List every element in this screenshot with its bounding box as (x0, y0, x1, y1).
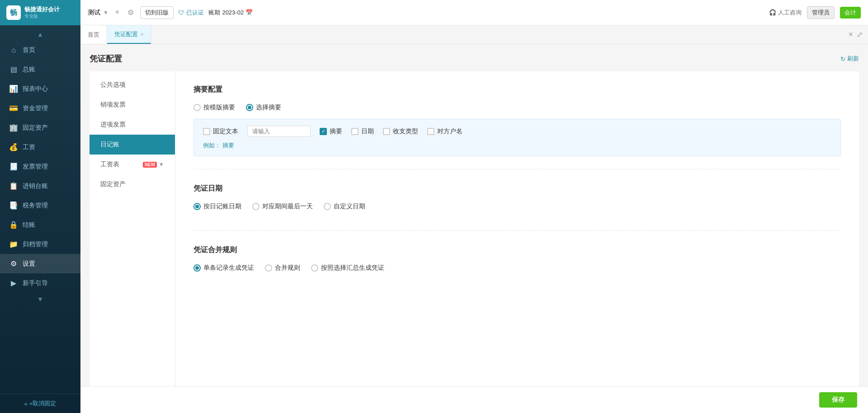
radio-journal-date[interactable]: 按日记账日期 (193, 202, 241, 211)
sidebar: 畅 畅捷通好会计 专业版 ▲ ⌂ 首页 ▤ 总账 📊 报表中心 💳 资金管理 🏢… (0, 0, 80, 413)
tabbar-actions: × ⤢ (843, 25, 868, 44)
sidebar-item-guide[interactable]: ▶ 新手引导 (0, 273, 80, 293)
refresh-icon: ↻ (840, 56, 845, 62)
sidebar-scroll-up[interactable]: ▲ (0, 28, 80, 41)
fixed-text-input[interactable] (247, 126, 311, 137)
checkbox-summary[interactable]: 摘要 (320, 127, 342, 136)
config-nav-journal-label: 日记账 (100, 141, 119, 149)
shield-icon: 🛡 (178, 9, 184, 16)
checkbox-summary-box (320, 128, 327, 135)
summary-section-title: 摘要配置 (193, 85, 841, 94)
consult-text: 人工咨询 (778, 9, 802, 17)
save-button[interactable]: 保存 (819, 392, 857, 408)
config-nav-fixed-assets-label: 固定资产 (100, 180, 126, 188)
checkbox-fixed-text-label: 固定文本 (213, 127, 238, 136)
date-section: 凭证日期 按日记账日期 对应期间最后一天 自定义日期 (193, 184, 841, 231)
close-books-icon: 🔒 (9, 221, 18, 229)
sidebar-item-label: 总账 (23, 66, 35, 74)
config-layout: 公共选项 销项发票 进项发票 日记账 工资表 NEW ▼ (90, 71, 859, 388)
cancel-fixed-button[interactable]: « «取消固定 (0, 394, 80, 413)
config-nav-sales-invoice[interactable]: 销项发票 (90, 95, 175, 115)
radio-select-merge[interactable]: 按照选择汇总生成凭证 (311, 264, 384, 272)
guide-icon: ▶ (9, 279, 18, 287)
config-nav: 公共选项 销项发票 进项发票 日记账 工资表 NEW ▼ (90, 71, 175, 388)
logo-text: 畅捷通好会计 专业版 (24, 6, 60, 20)
radio-select-circle (246, 104, 253, 111)
page-title: 凭证配置 (90, 53, 122, 64)
radio-merge-rule-circle (265, 264, 272, 272)
sidebar-item-invoice[interactable]: 🧾 发票管理 (0, 157, 80, 176)
sidebar-item-label: 税务管理 (23, 202, 48, 210)
config-nav-purchase-invoice[interactable]: 进项发票 (90, 115, 175, 135)
add-project-button[interactable]: + (113, 8, 122, 17)
summary-section: 摘要配置 按模版摘要 选择摘要 (193, 85, 841, 169)
tabbar-expand-icon[interactable]: ⤢ (857, 30, 863, 39)
config-nav-payroll-table[interactable]: 工资表 NEW ▼ (90, 155, 175, 174)
config-content: 摘要配置 按模版摘要 选择摘要 (175, 71, 859, 388)
consult-button[interactable]: 🎧 人工咨询 (769, 9, 802, 17)
radio-last-day[interactable]: 对应期间最后一天 (252, 202, 313, 211)
tax-icon: 📑 (9, 201, 18, 210)
radio-journal-date-circle (193, 203, 201, 210)
checkbox-income-type[interactable]: 收支类型 (383, 127, 418, 136)
sidebar-item-label: 发票管理 (23, 163, 48, 171)
merge-section-title: 凭证合并规则 (193, 245, 841, 255)
checkbox-counterpart[interactable]: 对方户名 (427, 127, 462, 136)
sidebar-item-tax[interactable]: 📑 税务管理 (0, 196, 80, 215)
checkbox-fixed-text[interactable]: 固定文本 (203, 127, 238, 136)
archive-icon: 📁 (9, 240, 18, 249)
config-nav-journal[interactable]: 日记账 (90, 135, 175, 155)
checkbox-income-type-label: 收支类型 (393, 127, 418, 136)
headset-icon: 🎧 (769, 9, 776, 16)
sidebar-item-stock[interactable]: 📋 进销台账 (0, 176, 80, 196)
radio-custom-date[interactable]: 自定义日期 (324, 202, 365, 211)
sidebar-item-report[interactable]: 📊 报表中心 (0, 79, 80, 99)
switch-old-version-button[interactable]: 切到旧版 (140, 6, 174, 19)
sidebar-item-label: 报表中心 (23, 85, 48, 93)
config-nav-fixed-assets[interactable]: 固定资产 (90, 174, 175, 194)
sidebar-item-ledger[interactable]: ▤ 总账 (0, 60, 80, 79)
summary-radio-group: 按模版摘要 选择摘要 (193, 103, 841, 112)
tab-voucher-config[interactable]: 凭证配置 × (107, 25, 151, 44)
chevron-down-icon: ▼ (159, 161, 164, 168)
sidebar-item-archive[interactable]: 📁 归档管理 (0, 235, 80, 254)
config-nav-public[interactable]: 公共选项 (90, 75, 175, 95)
refresh-button[interactable]: ↻ 刷新 (840, 55, 859, 63)
radio-custom-date-circle (324, 203, 331, 210)
radio-template[interactable]: 按模版摘要 (193, 103, 235, 112)
admin-button[interactable]: 管理员 (807, 6, 835, 19)
ledger-icon: ▤ (9, 65, 18, 74)
sidebar-item-payroll[interactable]: 💰 工资 (0, 137, 80, 157)
calendar-icon[interactable]: 📅 (245, 9, 253, 16)
project-chevron-icon[interactable]: ▼ (103, 9, 108, 16)
checkbox-date[interactable]: 日期 (351, 127, 374, 136)
sidebar-item-asset[interactable]: 🏢 固定资产 (0, 118, 80, 137)
radio-select-merge-label: 按照选择汇总生成凭证 (321, 264, 384, 272)
tab-close-icon[interactable]: × (141, 32, 143, 37)
main-content: 凭证配置 ↻ 刷新 公共选项 销项发票 进项发票 日记账 (80, 44, 868, 413)
radio-select[interactable]: 选择摘要 (246, 103, 281, 112)
sidebar-scroll-down[interactable]: ▼ (0, 293, 80, 305)
radio-template-circle (193, 104, 201, 111)
sidebar-item-label: 工资 (23, 143, 35, 151)
radio-single-circle (193, 264, 201, 272)
sidebar-item-capital[interactable]: 💳 资金管理 (0, 99, 80, 118)
sidebar-item-close[interactable]: 🔒 结账 (0, 215, 80, 235)
tab-home[interactable]: 首页 (80, 25, 107, 44)
radio-merge-rule[interactable]: 合并规则 (265, 264, 300, 272)
date-section-title: 凭证日期 (193, 184, 841, 193)
sidebar-item-settings[interactable]: ⚙ 设置 (0, 254, 80, 273)
report-icon: 📊 (9, 84, 18, 93)
merge-radio-group: 单条记录生成凭证 合并规则 按照选择汇总生成凭证 (193, 264, 841, 272)
topbar: 测试 ▼ + ⚙ 切到旧版 🛡 已认证 账期 2023-02 📅 🎧 人工咨询 … (80, 0, 868, 25)
radio-single-label: 单条记录生成凭证 (203, 264, 254, 272)
content-wrapper: 凭证配置 ↻ 刷新 公共选项 销项发票 进项发票 日记账 (80, 44, 868, 413)
config-nav-purchase-invoice-label: 进项发票 (100, 121, 126, 129)
accountant-button[interactable]: 会计 (840, 7, 861, 19)
topbar-settings-icon[interactable]: ⚙ (126, 8, 136, 17)
capital-icon: 💳 (9, 104, 18, 113)
tabbar-close-icon[interactable]: × (848, 30, 853, 39)
sidebar-item-home[interactable]: ⌂ 首页 (0, 41, 80, 60)
page-title-row: 凭证配置 ↻ 刷新 (90, 53, 859, 64)
radio-single[interactable]: 单条记录生成凭证 (193, 264, 254, 272)
